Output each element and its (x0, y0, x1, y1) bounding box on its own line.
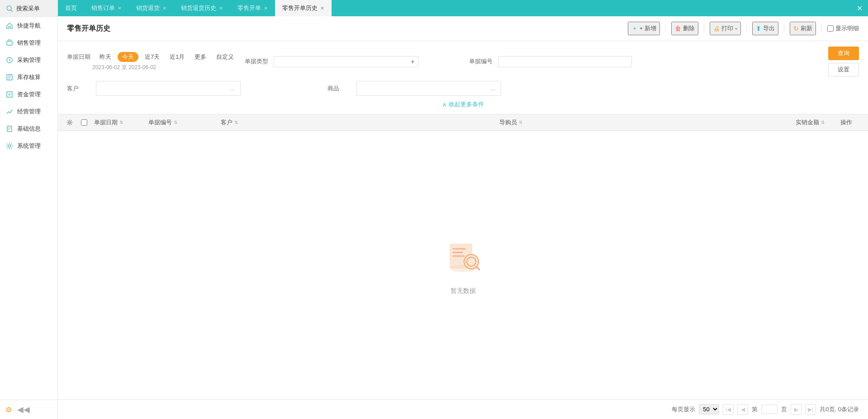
sidebar-item-label: 资金管理 (17, 90, 41, 99)
basic-icon (5, 125, 14, 133)
tab-label: 零售开单历史 (282, 4, 318, 12)
col-ops-label: 操作 (840, 118, 852, 127)
date-range-text: 2023-06-02 至 2023-06-02 (92, 64, 156, 71)
toolbar: ＋ + 新增 🗑 删除 🖨 打印 ▾ ⬆ 导出 (628, 22, 859, 35)
col-header-amount[interactable]: 实销金额 ⇅ (550, 118, 829, 127)
tab-sales-order[interactable]: 销售订单 ✕ (84, 0, 129, 16)
tab-close-icon[interactable]: ✕ (264, 5, 268, 11)
tab-close-icon[interactable]: ✕ (118, 5, 122, 11)
window-close-button[interactable]: ✕ (851, 4, 868, 13)
system-icon (5, 142, 14, 150)
tab-close-icon[interactable]: ✕ (162, 5, 166, 11)
table-area: 单据日期 ⇅ 单据编号 ⇅ 客户 ⇅ 导购员 ⇅ 实销金额 ⇅ (58, 114, 868, 399)
inventory-icon (5, 73, 14, 81)
col-order-label: 单据编号 (148, 118, 172, 127)
sidebar-search[interactable]: 搜索采单 (0, 0, 57, 17)
sidebar-item-inventory[interactable]: 库存核算 (0, 69, 57, 86)
export-button[interactable]: ⬆ 导出 (752, 22, 778, 35)
page-label-prefix: 第 (752, 405, 758, 414)
table-checkbox-header[interactable] (78, 119, 90, 126)
type-select[interactable]: ▾ (274, 56, 418, 67)
page-last-button[interactable]: ▶| (805, 404, 816, 415)
svg-rect-13 (452, 255, 465, 257)
sidebar-item-quick-nav[interactable]: 快捷导航 (0, 17, 57, 34)
settings-button[interactable]: 设置 (828, 63, 859, 76)
sidebar-item-finance[interactable]: 资金管理 (0, 86, 57, 103)
sidebar-item-purchase-mgmt[interactable]: 采购管理 (0, 52, 57, 69)
export-label: 导出 (763, 24, 775, 33)
collapse-icon[interactable]: ◀◀ (17, 405, 30, 414)
page-size-label: 每页显示 (672, 405, 695, 414)
col-header-customer[interactable]: 客户 ⇅ (217, 118, 496, 127)
collapse-button[interactable]: ∧ 收起更多条件 (442, 100, 484, 108)
tab-label: 零售开单 (237, 4, 261, 12)
date-label: 单据日期 (67, 53, 92, 61)
gear-icon[interactable]: ⚙ (5, 405, 12, 414)
goods-label: 商品 (327, 85, 353, 93)
collapse-label: 收起更多条件 (449, 100, 484, 108)
sort-icon: ⇅ (519, 120, 522, 125)
delete-button[interactable]: 🗑 删除 (671, 22, 698, 35)
table-settings-icon[interactable] (62, 119, 78, 126)
col-header-order-no[interactable]: 单据编号 ⇅ (145, 118, 217, 127)
export-icon: ⬆ (756, 25, 761, 32)
query-button[interactable]: 查询 (828, 47, 859, 60)
date-btn-more[interactable]: 更多 (191, 52, 210, 62)
date-btn-7days[interactable]: 近7天 (141, 52, 163, 62)
page-first-button[interactable]: |◀ (723, 404, 734, 415)
page-number-input[interactable]: 1 (761, 405, 778, 414)
date-filter: 昨天 今天 近7天 近1月 更多 自定义 (96, 52, 237, 62)
display-detail-checkbox[interactable] (827, 25, 834, 32)
action-buttons: 查询 设置 (828, 47, 859, 76)
sidebar-item-basic-info[interactable]: 基础信息 (0, 120, 57, 137)
empty-state: 暂无数据 (58, 131, 868, 399)
col-header-guide[interactable]: 导购员 ⇅ (496, 118, 550, 127)
divider (784, 25, 784, 32)
page-next-button[interactable]: ▶ (791, 404, 802, 415)
tab-close-icon[interactable]: ✕ (320, 5, 324, 11)
display-detail-toggle[interactable]: 显示明细 (827, 24, 859, 33)
sidebar-item-label: 库存核算 (17, 73, 41, 81)
date-btn-today[interactable]: 今天 (118, 52, 138, 62)
tab-home[interactable]: 首页 (58, 0, 84, 16)
sidebar-item-label: 经营管理 (17, 108, 41, 116)
sidebar: 搜索采单 快捷导航 销售管理 采购管理 (0, 0, 58, 419)
svg-line-1 (11, 10, 12, 11)
select-all-checkbox[interactable] (81, 119, 87, 126)
tab-retail-open-history[interactable]: 零售开单历史 ✕ (275, 0, 332, 16)
page-size-select[interactable]: 50 (699, 404, 719, 414)
print-button[interactable]: 🖨 打印 ▾ (710, 22, 741, 35)
divider (821, 25, 822, 32)
display-detail-label: 显示明细 (835, 24, 859, 33)
date-btn-custom[interactable]: 自定义 (213, 52, 237, 62)
customer-input[interactable]: ... (96, 81, 241, 96)
sidebar-bottom: ⚙ ◀◀ (0, 400, 57, 419)
tab-sales-return[interactable]: 销货退货 ✕ (129, 0, 174, 16)
sidebar-item-sales-mgmt[interactable]: 销售管理 (0, 34, 57, 52)
date-btn-1month[interactable]: 近1月 (166, 52, 188, 62)
sidebar-item-label: 基础信息 (17, 125, 41, 133)
customer-ellipsis-icon[interactable]: ... (228, 83, 237, 94)
page-header: 零售开单历史 ＋ + 新增 🗑 删除 🖨 打印 ▾ (58, 16, 868, 41)
date-btn-yesterday[interactable]: 昨天 (96, 52, 115, 62)
refresh-icon: ↻ (793, 25, 799, 32)
refresh-button[interactable]: ↻ 刷新 (790, 22, 816, 35)
order-number-input[interactable] (498, 56, 632, 67)
goods-ellipsis-icon[interactable]: ... (489, 83, 497, 94)
add-button[interactable]: ＋ + 新增 (628, 22, 660, 35)
sidebar-item-label: 系统管理 (17, 142, 41, 150)
sidebar-item-label: 采购管理 (17, 56, 41, 64)
col-header-date[interactable]: 单据日期 ⇅ (90, 118, 145, 127)
sidebar-item-operations[interactable]: 经营管理 (0, 103, 57, 120)
sidebar-item-label: 快捷导航 (17, 22, 41, 30)
tab-close-icon[interactable]: ✕ (219, 5, 223, 11)
operations-icon (5, 108, 14, 116)
tab-sales-return-history[interactable]: 销货退货历史 ✕ (174, 0, 230, 16)
sidebar-item-system[interactable]: 系统管理 (0, 137, 57, 155)
col-amount-label: 实销金额 (796, 118, 819, 127)
customer-filter-field: 客户 ... (67, 81, 320, 96)
delete-icon: 🗑 (675, 25, 681, 32)
tab-retail-open[interactable]: 零售开单 ✕ (230, 0, 275, 16)
page-prev-button[interactable]: ◀ (737, 404, 748, 415)
goods-input[interactable]: ... (356, 81, 501, 96)
